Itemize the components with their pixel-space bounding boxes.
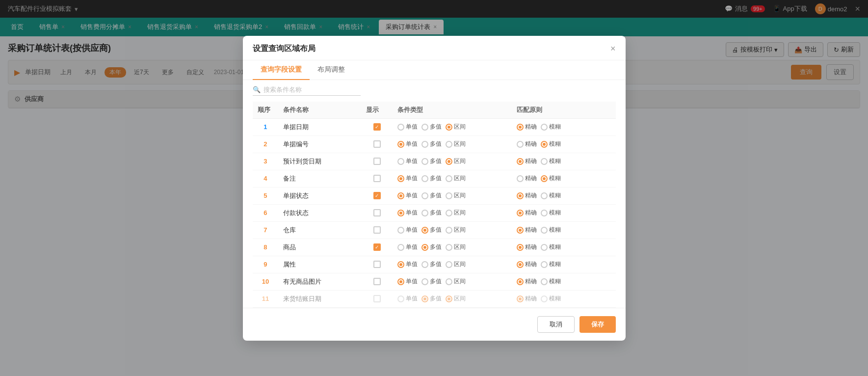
col-header-type: 条件类型 — [393, 102, 512, 115]
col-header-display: 显示 — [361, 102, 392, 115]
modal-overlay: 设置查询区域布局 × 查询字段设置 布局调整 🔍 顺序 — [0, 0, 868, 114]
modal-header: 设置查询区域布局 × — [243, 36, 626, 60]
col-header-order: 顺序 — [253, 102, 279, 115]
search-icon: 🔍 — [253, 86, 261, 93]
modal-title: 设置查询区域布局 — [253, 44, 316, 54]
col-header-name: 条件名称 — [278, 102, 361, 115]
modal-tab-layout[interactable]: 布局调整 — [310, 60, 353, 80]
modal-dialog: 设置查询区域布局 × 查询字段设置 布局调整 🔍 顺序 — [243, 36, 626, 115]
search-input[interactable] — [263, 86, 361, 93]
modal-tab-fields[interactable]: 查询字段设置 — [253, 60, 310, 80]
modal-close-btn[interactable]: × — [610, 44, 616, 53]
modal-table: 顺序 条件名称 显示 条件类型 匹配原则 1单据日期单值多值区间精确模糊2单据编… — [243, 102, 626, 115]
modal-tabs: 查询字段设置 布局调整 — [243, 60, 626, 80]
col-header-match: 匹配原则 — [512, 102, 615, 115]
search-wrap: 🔍 — [253, 86, 361, 96]
modal-search-area: 🔍 — [243, 80, 626, 102]
